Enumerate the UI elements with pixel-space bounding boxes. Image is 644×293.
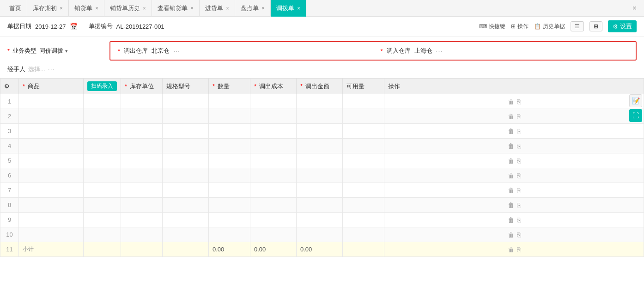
- tab-sales-history[interactable]: 销货单历史 ×: [104, 0, 152, 17]
- cell-unit[interactable]: [121, 153, 163, 168]
- cell-amount[interactable]: [297, 139, 343, 153]
- cell-product[interactable]: [19, 198, 84, 213]
- cell-product[interactable]: [19, 94, 84, 109]
- cell-spec[interactable]: [163, 227, 209, 242]
- close-window-button[interactable]: ×: [629, 4, 640, 12]
- doc-date-value[interactable]: 2019-12-27: [35, 23, 66, 30]
- cell-quantity[interactable]: [209, 227, 250, 242]
- tab-view-sales[interactable]: 查看销货单 ×: [152, 0, 200, 17]
- cell-product[interactable]: [19, 168, 84, 183]
- history-button[interactable]: 📋 历史单据: [534, 23, 565, 31]
- cell-quantity[interactable]: [209, 183, 250, 198]
- cell-cost[interactable]: [250, 198, 297, 213]
- cell-unit[interactable]: [121, 109, 163, 124]
- calendar-icon[interactable]: 📅: [70, 23, 78, 30]
- cell-cost[interactable]: [250, 183, 297, 198]
- delete-icon[interactable]: 🗑: [508, 246, 514, 253]
- cell-amount[interactable]: [297, 124, 343, 139]
- tab-transfer-order[interactable]: 调拨单 ×: [271, 0, 306, 17]
- copy-icon[interactable]: ⎘: [517, 201, 521, 209]
- cell-amount[interactable]: [297, 109, 343, 124]
- delete-icon[interactable]: 🗑: [508, 98, 514, 105]
- cell-quantity[interactable]: [209, 124, 250, 139]
- sidebar-note-button[interactable]: 📝: [629, 94, 642, 107]
- delete-icon[interactable]: 🗑: [508, 187, 514, 194]
- cell-product[interactable]: [19, 153, 84, 168]
- doc-num-value[interactable]: AL-20191227-001: [116, 23, 164, 30]
- cell-amount[interactable]: [297, 168, 343, 183]
- business-type-select[interactable]: 同价调拨 ▾: [39, 47, 95, 55]
- cell-spec[interactable]: [163, 124, 209, 139]
- delete-icon[interactable]: 🗑: [508, 128, 514, 135]
- copy-icon[interactable]: ⎘: [517, 172, 521, 179]
- cell-unit[interactable]: [121, 94, 163, 109]
- tab-purchase-order[interactable]: 进货单 ×: [200, 0, 235, 17]
- cell-unit[interactable]: [121, 227, 163, 242]
- layout-btn-1[interactable]: ☰: [571, 21, 584, 31]
- cell-cost[interactable]: [250, 168, 297, 183]
- cell-product[interactable]: [19, 109, 84, 124]
- cell-cost[interactable]: [250, 109, 297, 124]
- cell-product[interactable]: [19, 183, 84, 198]
- delete-icon[interactable]: 🗑: [508, 157, 514, 165]
- settings-button[interactable]: ⚙ 设置: [608, 20, 637, 32]
- cell-unit[interactable]: [121, 168, 163, 183]
- cell-unit[interactable]: [121, 124, 163, 139]
- warehouse-in-value[interactable]: 上海仓: [414, 47, 432, 55]
- cell-quantity[interactable]: [209, 153, 250, 168]
- copy-icon[interactable]: ⎘: [517, 128, 521, 135]
- copy-icon[interactable]: ⎘: [517, 216, 521, 224]
- cell-cost[interactable]: [250, 153, 297, 168]
- cell-spec[interactable]: [163, 109, 209, 124]
- col-scan[interactable]: 扫码录入: [84, 79, 121, 94]
- shortcuts-button[interactable]: ⌨ 快捷键: [479, 23, 505, 31]
- cell-product[interactable]: [19, 213, 84, 227]
- copy-icon[interactable]: ⎘: [517, 157, 521, 165]
- cell-amount[interactable]: [297, 213, 343, 227]
- warehouse-out-ellipsis[interactable]: ···: [173, 47, 180, 55]
- close-tab-inventory-init[interactable]: ×: [60, 5, 63, 12]
- close-tab-inventory-check[interactable]: ×: [261, 5, 265, 12]
- cell-quantity[interactable]: [209, 213, 250, 227]
- cell-spec[interactable]: [163, 139, 209, 153]
- delete-icon[interactable]: 🗑: [508, 216, 514, 224]
- cell-amount[interactable]: [297, 94, 343, 109]
- cell-spec[interactable]: [163, 198, 209, 213]
- cell-cost[interactable]: [250, 94, 297, 109]
- close-tab-sales-order[interactable]: ×: [95, 5, 98, 12]
- cell-unit[interactable]: [121, 198, 163, 213]
- handler-ellipsis[interactable]: ···: [48, 66, 55, 73]
- cell-cost[interactable]: [250, 213, 297, 227]
- cell-product[interactable]: [19, 139, 84, 153]
- layout-btn-2[interactable]: ⊞: [589, 21, 602, 31]
- warehouse-out-value[interactable]: 北京仓: [152, 47, 170, 55]
- cell-amount[interactable]: [297, 198, 343, 213]
- tab-inventory-check[interactable]: 盘点单 ×: [235, 0, 271, 17]
- scan-button[interactable]: 扫码录入: [87, 81, 117, 91]
- delete-icon[interactable]: 🗑: [508, 172, 514, 179]
- close-tab-view-sales[interactable]: ×: [190, 5, 194, 12]
- close-tab-sales-history[interactable]: ×: [143, 5, 146, 12]
- cell-cost[interactable]: [250, 124, 297, 139]
- copy-icon[interactable]: ⎘: [517, 187, 521, 194]
- delete-icon[interactable]: 🗑: [508, 113, 514, 120]
- cell-amount[interactable]: [297, 153, 343, 168]
- cell-unit[interactable]: [121, 213, 163, 227]
- cell-spec[interactable]: [163, 153, 209, 168]
- cell-cost[interactable]: [250, 227, 297, 242]
- handler-input[interactable]: 选择...: [28, 65, 45, 73]
- cell-product[interactable]: [19, 124, 84, 139]
- cell-amount[interactable]: [297, 183, 343, 198]
- cell-quantity[interactable]: [209, 139, 250, 153]
- cell-quantity[interactable]: [209, 109, 250, 124]
- warehouse-in-ellipsis[interactable]: ···: [436, 47, 443, 55]
- operations-button[interactable]: ⊞ 操作: [511, 23, 529, 31]
- cell-spec[interactable]: [163, 168, 209, 183]
- copy-icon[interactable]: ⎘: [517, 98, 521, 105]
- cell-quantity[interactable]: [209, 198, 250, 213]
- copy-icon[interactable]: ⎘: [517, 142, 521, 150]
- cell-quantity[interactable]: [209, 94, 250, 109]
- sidebar-expand-button[interactable]: ⛶: [629, 109, 642, 122]
- tab-sales-order[interactable]: 销货单 ×: [69, 0, 104, 17]
- delete-icon[interactable]: 🗑: [508, 142, 514, 150]
